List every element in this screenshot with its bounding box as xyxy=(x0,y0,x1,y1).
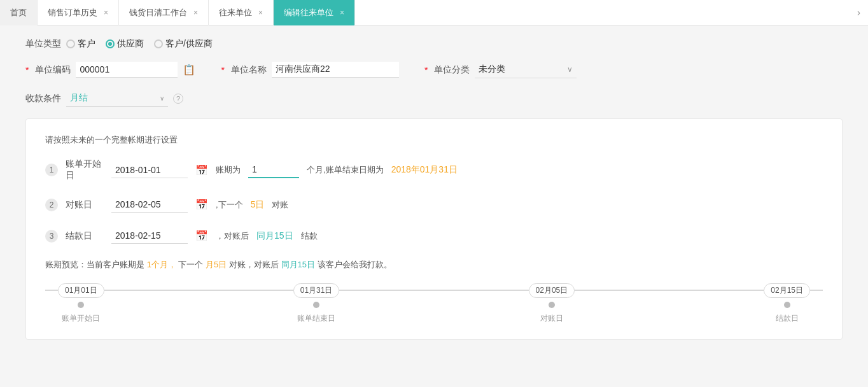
timeline-label-3: 02月05日 xyxy=(529,283,575,298)
tab-edit-partner-label: 编辑往来单位 xyxy=(284,7,333,18)
preview-label: 账期预览：当前客户账期是 xyxy=(45,260,144,269)
tab-home-label: 首页 xyxy=(10,7,27,18)
unit-code-input[interactable] xyxy=(76,62,178,78)
preview-period3: 同月15日 xyxy=(281,260,315,269)
timeline-container: 01月01日 账单开始日 01月31日 账单结束日 02月05日 对账日 02月… xyxy=(45,283,823,324)
timeline-sublabel-4: 结款日 xyxy=(776,313,799,324)
radio-customer-supplier[interactable]: 客户/供应商 xyxy=(154,38,213,50)
tab-partner-units-label: 往来单位 xyxy=(219,7,252,18)
payment-condition-label: 收款条件 xyxy=(25,93,61,104)
tab-bar: 首页 销售订单历史 × 钱货日清工作台 × 往来单位 × 编辑往来单位 × › xyxy=(0,0,868,25)
main-content: 单位类型 客户 供应商 客户/供应商 * 单位编码 xyxy=(0,25,868,387)
tab-cash-workbench[interactable]: 钱货日清工作台 × xyxy=(119,0,209,25)
row-2-desc-before: ,下一个 xyxy=(216,199,243,211)
tab-edit-partner[interactable]: 编辑往来单位 × xyxy=(274,0,355,25)
payment-condition-arrow: ∨ xyxy=(160,95,164,102)
tab-sales-history-close[interactable]: × xyxy=(104,8,108,17)
payment-condition-dropdown[interactable]: 月结 ∨ xyxy=(66,90,168,107)
timeline-dot-2 xyxy=(313,302,319,308)
timeline-label-1: 01月01日 xyxy=(58,283,104,298)
unit-type-radio-group: 客户 供应商 客户/供应商 xyxy=(66,38,213,50)
radio-customer-supplier-circle xyxy=(154,39,163,48)
radio-supplier[interactable]: 供应商 xyxy=(106,38,144,50)
bill-start-date-calendar[interactable]: 📅 xyxy=(195,164,208,176)
payment-condition-value: 月结 xyxy=(70,92,157,104)
tab-edit-partner-close[interactable]: × xyxy=(340,8,344,17)
radio-customer-circle xyxy=(66,39,75,48)
unit-type-row: 单位类型 客户 供应商 客户/供应商 xyxy=(25,38,843,50)
unit-code-field: * 单位编码 📋 xyxy=(25,62,195,78)
unit-category-field: * 单位分类 未分类 ∨ xyxy=(424,61,577,78)
setting-row-3: 3 结款日 📅 ，对账后 同月15日 结款 xyxy=(45,228,823,244)
radio-customer-supplier-label: 客户/供应商 xyxy=(165,38,213,50)
timeline-label-4: 02月15日 xyxy=(764,283,810,298)
timeline-dot-1 xyxy=(78,302,84,308)
timeline-dot-3 xyxy=(549,302,555,308)
unit-name-input[interactable] xyxy=(272,62,399,78)
timeline-node-4: 02月15日 结款日 xyxy=(764,283,810,324)
unit-category-label: 单位分类 xyxy=(434,64,470,76)
timeline-label-2: 01月31日 xyxy=(293,283,340,298)
bill-start-date-input[interactable] xyxy=(111,162,188,178)
preview-period: 1个月， xyxy=(147,260,176,269)
timeline-node-1: 01月01日 账单开始日 xyxy=(58,283,104,324)
unit-name-star: * xyxy=(221,65,224,75)
radio-customer-label: 客户 xyxy=(78,38,95,50)
tab-cash-workbench-close[interactable]: × xyxy=(193,8,198,17)
row-1-desc-before: 账期为 xyxy=(216,164,241,176)
timeline-sublabel-3: 对账日 xyxy=(540,313,563,324)
tab-partner-units-close[interactable]: × xyxy=(258,8,263,17)
row-1-highlight: 2018年01月31日 xyxy=(391,164,458,176)
unit-category-star: * xyxy=(424,65,428,75)
unit-code-icon[interactable]: 📋 xyxy=(183,64,195,76)
row-3-desc-after: 结款 xyxy=(301,230,318,242)
row-num-1: 1 xyxy=(45,164,58,176)
unit-category-dropdown[interactable]: 未分类 ∨ xyxy=(475,61,577,78)
setting-row-2: 2 对账日 📅 ,下一个 5日 对账 xyxy=(45,197,823,213)
row-1-desc-after: 个月,账单结束日期为 xyxy=(307,164,384,176)
timeline-sublabel-2: 账单结束日 xyxy=(297,313,335,324)
row-1-label: 账单开始日 xyxy=(66,158,104,181)
unit-type-field: 单位类型 客户 供应商 客户/供应商 xyxy=(25,38,213,50)
row-num-2: 2 xyxy=(45,199,58,211)
tab-sales-history[interactable]: 销售订单历史 × xyxy=(38,0,119,25)
reconcile-date-input[interactable] xyxy=(111,197,188,213)
period-value-input[interactable] xyxy=(248,162,299,178)
timeline-dot-4 xyxy=(784,302,790,308)
row-2-highlight: 5日 xyxy=(251,199,265,211)
tab-more-button[interactable]: › xyxy=(850,7,868,18)
timeline-sublabel-1: 账单开始日 xyxy=(62,313,100,324)
radio-customer[interactable]: 客户 xyxy=(66,38,95,50)
timeline-items: 01月01日 账单开始日 01月31日 账单结束日 02月05日 对账日 02月… xyxy=(58,283,810,324)
row-3-label: 结款日 xyxy=(66,230,104,242)
payment-condition-field: 收款条件 月结 ∨ ? xyxy=(25,90,183,107)
tab-home[interactable]: 首页 xyxy=(0,0,38,25)
settings-panel: 请按照未来的一个完整帐期进行设置 1 账单开始日 📅 账期为 个月,账单结束日期… xyxy=(25,118,843,340)
unit-category-value: 未分类 xyxy=(479,64,567,75)
row-2-desc-after: 对账 xyxy=(272,199,288,211)
panel-title: 请按照未来的一个完整帐期进行设置 xyxy=(45,134,823,146)
unit-info-row: * 单位编码 📋 * 单位名称 * 单位分类 未分类 ∨ xyxy=(25,61,843,78)
tab-sales-history-label: 销售订单历史 xyxy=(48,7,97,18)
unit-name-field: * 单位名称 xyxy=(221,62,398,78)
tab-partner-units[interactable]: 往来单位 × xyxy=(209,0,274,25)
row-3-desc-before: ，对账后 xyxy=(216,230,249,242)
radio-supplier-circle xyxy=(106,39,115,48)
preview-period2: 月5日 xyxy=(206,260,227,269)
timeline-node-2: 01月31日 账单结束日 xyxy=(293,283,340,324)
row-num-3: 3 xyxy=(45,230,58,243)
category-dropdown-arrow: ∨ xyxy=(567,65,573,74)
setting-row-1: 1 账单开始日 📅 账期为 个月,账单结束日期为 2018年01月31日 xyxy=(45,158,823,181)
reconcile-date-calendar[interactable]: 📅 xyxy=(195,199,208,211)
row-3-highlight: 同月15日 xyxy=(256,230,293,242)
unit-code-star: * xyxy=(25,65,29,75)
payment-condition-row: 收款条件 月结 ∨ ? xyxy=(25,90,843,107)
timeline-node-3: 02月05日 对账日 xyxy=(529,283,575,324)
radio-supplier-label: 供应商 xyxy=(117,38,144,50)
unit-type-label: 单位类型 xyxy=(25,38,61,50)
tab-cash-workbench-label: 钱货日清工作台 xyxy=(129,7,187,18)
unit-name-label: 单位名称 xyxy=(231,64,267,76)
help-icon[interactable]: ? xyxy=(173,94,183,104)
payment-date-input[interactable] xyxy=(111,228,188,244)
payment-date-calendar[interactable]: 📅 xyxy=(195,230,208,242)
